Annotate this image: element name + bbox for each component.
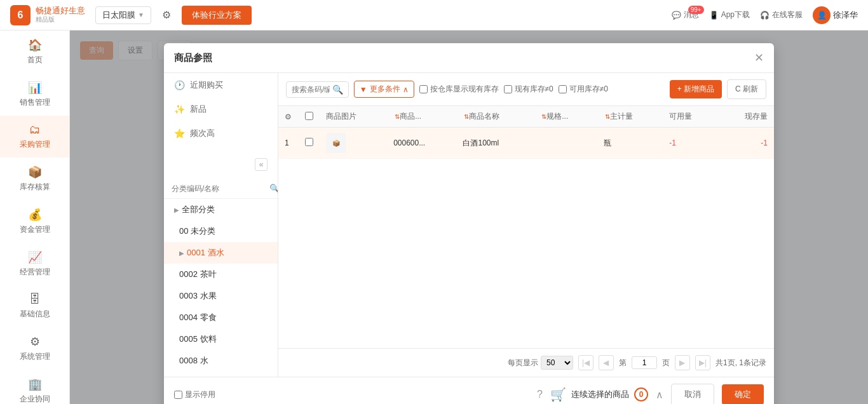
per-page-select[interactable]: 50 10 20 100 <box>541 356 573 370</box>
category-all-label: 全部分类 <box>182 204 215 215</box>
category-search-icon[interactable]: 🔍 <box>269 184 278 193</box>
row-image: 📦 <box>320 128 387 159</box>
refresh-button[interactable]: C 刷新 <box>727 79 766 99</box>
row-available: -1 <box>663 128 718 159</box>
basics-icon: 🗄 <box>29 293 41 306</box>
category-appliance[interactable]: 0010 家电 <box>164 372 278 377</box>
row-stock: -1 <box>719 128 774 159</box>
category-snack[interactable]: 0004 零食 <box>164 307 278 328</box>
th-stock: 现存量 <box>719 106 774 128</box>
category-water[interactable]: 0008 水 <box>164 350 278 372</box>
last-page-button[interactable]: ▶| <box>695 355 710 370</box>
category-beverage[interactable]: 0005 饮料 <box>164 328 278 350</box>
row-checkbox[interactable] <box>299 128 320 159</box>
category-uncategorized[interactable]: 00 未分类 <box>164 220 278 242</box>
warehouse-stock-filter[interactable]: 按仓库显示现有库存 <box>419 84 499 95</box>
category-all[interactable]: ▶ 全部分类 <box>164 199 278 220</box>
sidebar-item-finance[interactable]: 💰 资金管理 <box>0 200 69 243</box>
settings-icon[interactable]: ⚙ <box>156 5 177 25</box>
category-search-input[interactable] <box>172 184 267 193</box>
sales-icon: 📊 <box>28 81 42 95</box>
warehouse-stock-checkbox[interactable] <box>419 85 428 93</box>
confirm-button[interactable]: 确定 <box>722 384 764 404</box>
left-nav-recent[interactable]: 🕐 近期购买 <box>164 73 278 97</box>
sidebar-item-stock[interactable]: 📦 库存核算 <box>0 158 69 200</box>
app-download-nav-item[interactable]: 📱 App下载 <box>709 10 750 20</box>
table-row[interactable]: 1 📦 000600... 白酒100ml <box>278 128 774 159</box>
product-search-input[interactable] <box>292 85 330 94</box>
user-nav-item[interactable]: 👤 徐泽华 <box>813 6 858 24</box>
left-panel: 🕐 近期购买 ✨ 新品 ⭐ 频次高 « <box>164 73 278 377</box>
cart-icon: 🛒 <box>550 387 566 402</box>
content-area: 查询 设置 刷新 商品参照 ✕ 🕐 近期购买 <box>70 30 868 404</box>
clock-icon: 🕐 <box>174 80 185 90</box>
logo-icon: 6 <box>10 5 31 25</box>
add-product-button[interactable]: + 新增商品 <box>670 80 722 98</box>
show-disabled-filter[interactable]: 显示停用 <box>174 389 215 400</box>
current-stock-filter[interactable]: 现有库存≠0 <box>504 84 553 95</box>
logo-area: 6 畅捷通好生意 精品版 <box>10 5 85 25</box>
th-unit[interactable]: ⇅主计量 <box>597 106 663 128</box>
sidebar-item-basics[interactable]: 🗄 基础信息 <box>0 285 69 327</box>
next-page-button[interactable]: ▶ <box>675 355 690 370</box>
liquor-arrow-icon: ▶ <box>179 250 184 257</box>
modal-body: 🕐 近期购买 ✨ 新品 ⭐ 频次高 « <box>164 73 774 377</box>
th-spec[interactable]: ⇅规格... <box>534 106 597 128</box>
sidebar-item-sales[interactable]: 📊 销售管理 <box>0 73 69 116</box>
sidebar-item-operations[interactable]: 📈 经营管理 <box>0 243 69 285</box>
cancel-button[interactable]: 取消 <box>671 384 714 404</box>
nav-right: 💬 消息 99+ 📱 App下载 🎧 在线客服 👤 徐泽华 <box>672 6 858 24</box>
th-settings[interactable]: ⚙ <box>278 106 299 128</box>
available-stock-checkbox[interactable] <box>559 85 567 93</box>
modal-close-button[interactable]: ✕ <box>754 51 764 65</box>
left-nav-frequent[interactable]: ⭐ 频次高 <box>164 121 278 145</box>
category-water-label: 0008 水 <box>179 356 208 365</box>
category-liquor[interactable]: ▶ 0001 酒水 <box>164 242 278 264</box>
select-all-checkbox[interactable] <box>305 112 313 120</box>
trial-button[interactable]: 体验行业方案 <box>182 6 252 25</box>
th-name[interactable]: ⇅商品名称 <box>456 106 534 128</box>
cart-label: 连续选择的商品 <box>571 389 629 400</box>
online-service-nav-item[interactable]: 🎧 在线客服 <box>760 10 803 20</box>
category-tea[interactable]: 0002 茶叶 <box>164 264 278 285</box>
first-page-button[interactable]: |◀ <box>578 355 593 370</box>
row-select-checkbox[interactable] <box>305 138 313 146</box>
table-header-row: ⚙ 商品图片 ⇅商品... <box>278 106 774 128</box>
headphone-icon: 🎧 <box>760 11 770 20</box>
left-nav-new-label: 新品 <box>190 104 207 115</box>
operations-icon: 📈 <box>28 250 42 264</box>
product-reference-modal: 商品参照 ✕ 🕐 近期购买 ✨ 新品 <box>164 43 774 404</box>
left-nav-new[interactable]: ✨ 新品 <box>164 97 278 121</box>
brand-selector[interactable]: 日太阳膜 ▼ <box>95 6 151 24</box>
help-icon[interactable]: ? <box>537 389 543 400</box>
app-name: 畅捷通好生意 <box>36 6 85 16</box>
th-code[interactable]: ⇅商品... <box>387 106 456 128</box>
more-filter-button[interactable]: ▼ 更多条件 ∧ <box>354 81 414 98</box>
collapse-footer-icon[interactable]: ∧ <box>656 389 663 401</box>
category-uncategorized-label: 00 未分类 <box>179 226 215 236</box>
page-number-input[interactable] <box>632 356 657 369</box>
prev-page-button[interactable]: ◀ <box>599 355 614 370</box>
sidebar-item-enterprise[interactable]: 🏢 企业协同 <box>0 370 69 404</box>
row-num: 1 <box>278 128 299 159</box>
warehouse-stock-label: 按仓库显示现有库存 <box>430 84 499 95</box>
message-nav-item[interactable]: 💬 消息 99+ <box>672 10 699 20</box>
sidebar-item-home[interactable]: 🏠 首页 <box>0 30 69 73</box>
home-icon: 🏠 <box>28 38 42 52</box>
enterprise-icon: 🏢 <box>28 377 42 391</box>
category-fruit[interactable]: 0003 水果 <box>164 285 278 307</box>
show-disabled-checkbox[interactable] <box>174 391 182 399</box>
main-layout: 🏠 首页 📊 销售管理 🗂 采购管理 📦 库存核算 💰 资金管理 📈 经营管理 … <box>0 30 868 404</box>
available-stock-filter[interactable]: 可用库存≠0 <box>559 84 608 95</box>
sidebar-label-enterprise: 企业协同 <box>20 394 50 404</box>
current-stock-checkbox[interactable] <box>504 85 512 93</box>
product-search-box: 🔍 <box>286 81 349 98</box>
finance-icon: 💰 <box>28 208 42 222</box>
product-search-icon[interactable]: 🔍 <box>332 84 343 95</box>
user-name: 徐泽华 <box>833 10 858 21</box>
sidebar-item-purchase[interactable]: 🗂 采购管理 <box>0 116 69 158</box>
purchase-icon: 🗂 <box>29 123 41 137</box>
collapse-panel-button[interactable]: « <box>255 158 268 171</box>
sidebar-item-system[interactable]: ⚙ 系统管理 <box>0 327 69 370</box>
sidebar-label-stock: 库存核算 <box>20 182 50 192</box>
